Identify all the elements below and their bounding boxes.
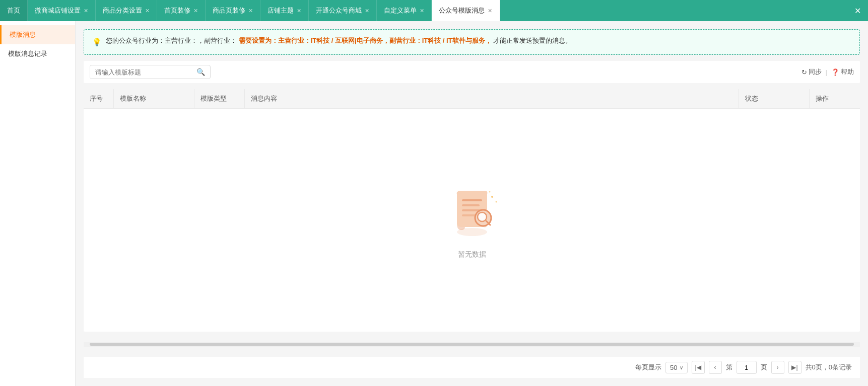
- close-tab-category[interactable]: ✕: [145, 8, 150, 14]
- industry-alert: 💡 您的公众号行业为：主营行业：，副营行业： 需要设置为：主营行业：IT科技 /…: [84, 29, 860, 55]
- first-page-icon: |◀: [695, 364, 701, 371]
- toolbar-actions: ↻ 同步 | ❓ 帮助: [802, 67, 854, 76]
- th-type: 模版类型: [194, 89, 245, 108]
- alert-icon: 💡: [92, 36, 102, 48]
- toolbar-divider: |: [826, 68, 827, 76]
- tab-product-decor-label: 商品页装修: [213, 6, 245, 15]
- pagination-row: 每页显示 50 ∨ |◀ ‹ 第 页 › ▶| 共0页，0条记录: [84, 357, 860, 378]
- alert-text: 您的公众号行业为：主营行业：，副营行业： 需要设置为：主营行业：IT科技 / 互…: [106, 36, 572, 46]
- sidebar-item-template-msg[interactable]: 模版消息: [0, 25, 75, 44]
- close-all-button[interactable]: ✕: [847, 6, 868, 16]
- sidebar: 模版消息 模版消息记录: [0, 21, 76, 386]
- next-page-button[interactable]: ›: [771, 361, 784, 374]
- main-layout: 模版消息 模版消息记录 💡 您的公众号行业为：主营行业：，副营行业： 需要设置为…: [0, 21, 868, 386]
- chevron-down-icon: ∨: [680, 365, 683, 370]
- empty-state: 暂无数据: [84, 109, 860, 332]
- tab-open-mall[interactable]: 开通公众号商城 ✕: [309, 0, 377, 21]
- help-label: 帮助: [841, 67, 854, 76]
- tab-custom-menu[interactable]: 自定义菜单 ✕: [377, 0, 432, 21]
- empty-illustration: [442, 182, 502, 242]
- search-button[interactable]: 🔍: [191, 65, 210, 79]
- search-input[interactable]: [90, 66, 191, 79]
- next-page-icon: ›: [777, 364, 779, 371]
- tab-template-msg[interactable]: 公众号模版消息 ✕: [432, 0, 500, 21]
- tab-homepage-decor-label: 首页装修: [164, 6, 190, 15]
- tab-open-mall-label: 开通公众号商城: [316, 6, 362, 15]
- close-tab-custom-menu[interactable]: ✕: [420, 8, 424, 14]
- sidebar-item-template-msg-log[interactable]: 模版消息记录: [0, 44, 75, 63]
- tab-template-msg-label: 公众号模版消息: [439, 6, 485, 15]
- total-info: 共0页，0条记录: [806, 363, 852, 372]
- sync-button[interactable]: ↻ 同步: [802, 67, 822, 76]
- content-area: 💡 您的公众号行业为：主营行业：，副营行业： 需要设置为：主营行业：IT科技 /…: [76, 21, 868, 386]
- sync-label: 同步: [809, 67, 822, 76]
- prev-page-button[interactable]: ‹: [709, 361, 722, 374]
- table-wrapper: 序号 模版名称 模版类型 消息内容 状态 操作: [84, 89, 860, 332]
- tab-theme[interactable]: 店铺主题 ✕: [260, 0, 309, 21]
- tab-custom-menu-label: 自定义菜单: [384, 6, 417, 15]
- svg-point-10: [489, 191, 490, 192]
- close-tab-product-decor[interactable]: ✕: [248, 8, 253, 14]
- th-action: 操作: [810, 89, 860, 108]
- sync-icon: ↻: [802, 68, 807, 76]
- tab-weishop[interactable]: 微商城店铺设置 ✕: [28, 0, 96, 21]
- close-tab-template-msg[interactable]: ✕: [488, 8, 492, 14]
- horizontal-scrollbar[interactable]: [84, 342, 860, 347]
- th-name: 模版名称: [114, 89, 194, 108]
- th-status: 状态: [739, 89, 810, 108]
- per-page-value: 50: [670, 364, 677, 371]
- tab-category-label: 商品分类设置: [103, 6, 142, 15]
- svg-point-8: [491, 196, 493, 198]
- alert-highlight: 需要设置为：主营行业：IT科技 / 互联网|电子商务，副营行业：IT科技 / I…: [239, 37, 492, 44]
- sidebar-item-template-msg-log-label: 模版消息记录: [8, 50, 47, 57]
- first-page-button[interactable]: |◀: [692, 361, 705, 374]
- close-tab-open-mall[interactable]: ✕: [365, 8, 369, 14]
- help-icon: ❓: [831, 68, 839, 76]
- last-page-button[interactable]: ▶|: [788, 361, 802, 374]
- svg-point-6: [478, 212, 487, 221]
- tab-homepage-decor[interactable]: 首页装修 ✕: [157, 0, 206, 21]
- th-index: 序号: [84, 89, 114, 108]
- help-button[interactable]: ❓ 帮助: [831, 67, 854, 76]
- table-header: 序号 模版名称 模版类型 消息内容 状态 操作: [84, 89, 860, 109]
- last-page-icon: ▶|: [791, 364, 797, 371]
- alert-suffix: 才能正常发送预置的消息。: [493, 37, 572, 44]
- close-tab-homepage-decor[interactable]: ✕: [193, 8, 198, 14]
- scrollbar-thumb[interactable]: [90, 343, 854, 346]
- tab-theme-label: 店铺主题: [268, 6, 294, 15]
- tab-category[interactable]: 商品分类设置 ✕: [96, 0, 157, 21]
- page-label: 第: [726, 363, 732, 372]
- svg-rect-2: [462, 204, 480, 206]
- empty-text: 暂无数据: [458, 250, 486, 259]
- top-nav: 首页 微商城店铺设置 ✕ 商品分类设置 ✕ 首页装修 ✕ 商品页装修 ✕ 店铺主…: [0, 0, 868, 21]
- tab-home-label: 首页: [7, 6, 20, 15]
- tab-weishop-label: 微商城店铺设置: [35, 6, 81, 15]
- toolbar-row: 🔍 ↻ 同步 | ❓ 帮助: [84, 61, 860, 83]
- tab-home[interactable]: 首页: [0, 0, 28, 21]
- th-content: 消息内容: [245, 89, 739, 108]
- tab-product-decor[interactable]: 商品页装修 ✕: [206, 0, 260, 21]
- svg-point-9: [495, 201, 497, 202]
- per-page-select[interactable]: 50 ∨: [665, 362, 687, 373]
- alert-prefix: 您的公众号行业为：主营行业：，副营行业：: [106, 37, 237, 44]
- per-page-label: 每页显示: [635, 363, 661, 372]
- page-unit: 页: [761, 363, 767, 372]
- page-input[interactable]: [737, 361, 757, 374]
- close-tab-weishop[interactable]: ✕: [84, 8, 88, 14]
- close-tab-theme[interactable]: ✕: [297, 8, 301, 14]
- prev-page-icon: ‹: [714, 364, 716, 371]
- search-area: 🔍: [90, 65, 211, 79]
- svg-rect-1: [462, 199, 482, 201]
- search-icon: 🔍: [196, 68, 205, 76]
- sidebar-item-template-msg-label: 模版消息: [10, 31, 36, 38]
